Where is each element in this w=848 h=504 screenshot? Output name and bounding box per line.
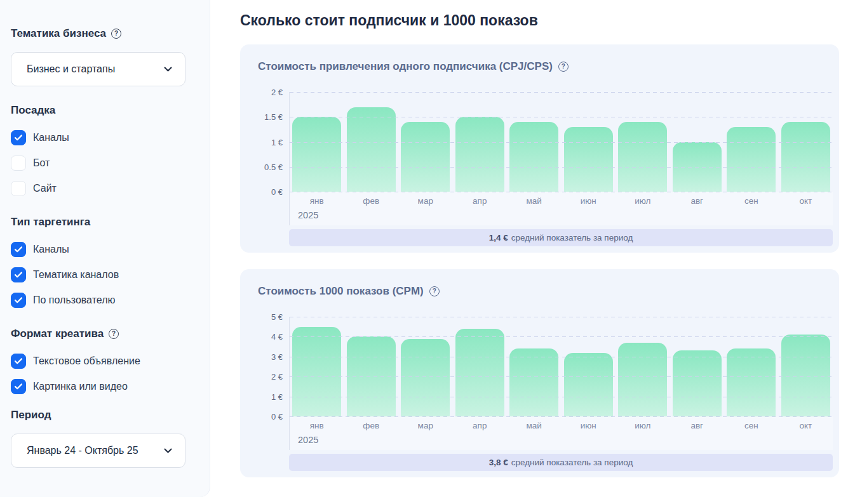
checkbox-row-landing-bot[interactable]: Бот (11, 156, 199, 171)
checkbox[interactable] (11, 267, 26, 282)
y-axis-label: 5 € (271, 312, 283, 322)
checkbox-label: Бот (33, 157, 50, 169)
landing-options: Каналы Бот Сайт (11, 130, 199, 196)
bar-slot (398, 317, 453, 416)
x-axis-strip: янвфевмарапрмайиюниюлавгсенокт 2025 (290, 192, 833, 225)
gridline (290, 117, 833, 117)
check-icon (15, 135, 22, 141)
chart-panel-cpm: Стоимость 1000 показов (CPM) ? 5 €4 €3 €… (240, 269, 839, 477)
bar (727, 348, 776, 416)
checkbox-row-targeting-topic[interactable]: Тематика каналов (11, 267, 199, 282)
x-axis-label: апр (453, 421, 508, 430)
x-axis-year-label: 2025 (290, 210, 833, 225)
average-text: средний показатель за период (511, 458, 633, 467)
help-icon[interactable]: ? (111, 29, 121, 39)
checkbox-row-landing-site[interactable]: Сайт (11, 181, 199, 196)
bar-chart: 2 €1.5 €1 €0.5 €0 € янвфевмарапрмайиюнию… (258, 92, 833, 225)
business-topic-select[interactable]: Бизнес и стартапы (11, 52, 185, 86)
bar-slot (724, 317, 779, 416)
bar-slot (779, 317, 833, 416)
bar (292, 327, 341, 416)
help-icon[interactable]: ? (109, 329, 119, 339)
gridline (290, 376, 833, 377)
creative-format-label: Формат креатива (11, 328, 104, 340)
bar (401, 122, 450, 192)
average-value: 3,8 € (489, 458, 508, 467)
y-axis-label: 2 € (271, 372, 283, 381)
x-axis-labels: янвфевмарапрмайиюниюлавгсенокт (290, 416, 833, 435)
checkbox[interactable] (11, 156, 26, 171)
bar-slot (290, 317, 344, 416)
gridline (290, 92, 833, 93)
checkbox[interactable] (11, 181, 26, 196)
x-axis-label: окт (779, 196, 833, 206)
checkbox-label: Сайт (33, 183, 57, 194)
plot-area: янвфевмарапрмайиюниюлавгсенокт 2025 (289, 92, 833, 225)
plot-area: янвфевмарапрмайиюниюлавгсенокт 2025 (289, 317, 833, 450)
business-topic-value: Бизнес и стартапы (27, 63, 115, 75)
average-text: средний показатель за период (511, 233, 633, 242)
checkbox[interactable] (11, 379, 26, 394)
x-axis-year-label: 2025 (290, 435, 833, 450)
help-icon[interactable]: ? (429, 286, 440, 296)
check-icon (15, 297, 22, 303)
bar (781, 122, 830, 192)
check-icon (15, 358, 22, 364)
y-axis: 2 €1.5 €1 €0.5 €0 € (258, 92, 289, 192)
bar (455, 117, 504, 192)
bar (509, 348, 558, 416)
filters-sidebar: Тематика бизнеса ? Бизнес и стартапы Пос… (0, 0, 210, 497)
period-select[interactable]: Январь 24 - Октябрь 25 (11, 434, 185, 468)
checkbox-row-creative-text[interactable]: Текстовое объявление (11, 354, 199, 369)
checkbox-row-landing-channels[interactable]: Каналы (11, 130, 199, 145)
checkbox-label: Каналы (33, 244, 69, 255)
bar (673, 350, 722, 416)
y-axis-label: 1.5 € (264, 112, 283, 122)
checkbox-row-creative-media[interactable]: Картинка или видео (11, 379, 199, 394)
bar-slot (562, 317, 616, 416)
targeting-heading: Тип таргетинга (11, 216, 199, 228)
average-value: 1,4 € (489, 233, 508, 242)
checkbox[interactable] (11, 354, 26, 369)
gridline (290, 336, 833, 337)
x-axis-label: июн (562, 421, 616, 430)
checkbox[interactable] (11, 242, 26, 257)
y-axis-label: 1 € (271, 392, 283, 401)
period-value: Январь 24 - Октябрь 25 (27, 445, 138, 456)
average-badge: 1,4 € средний показатель за период (289, 229, 833, 246)
checkbox-row-targeting-user[interactable]: По пользователю (11, 293, 199, 308)
x-axis-label: май (507, 196, 562, 206)
checkbox-label: Тематика каналов (33, 269, 119, 281)
gridline (290, 357, 833, 357)
targeting-options: Каналы Тематика каналов По пользователю (11, 242, 199, 308)
y-axis-label: 4 € (271, 332, 283, 342)
bar-slot (453, 317, 508, 416)
bar (564, 353, 613, 416)
checkbox[interactable] (11, 293, 26, 308)
checkbox-label: По пользователю (33, 295, 116, 306)
check-icon (15, 383, 22, 390)
checkbox-label: Картинка или видео (33, 381, 128, 392)
x-axis-label: июн (562, 196, 616, 206)
checkbox-label: Текстовое объявление (33, 355, 140, 367)
x-axis-strip: янвфевмарапрмайиюниюлавгсенокт 2025 (290, 416, 833, 450)
x-axis-label: июл (616, 196, 670, 206)
x-axis-label: фев (344, 421, 399, 430)
bar-chart: 5 €4 €3 €2 €1 €0 € янвфевмарапрмайиюниюл… (258, 317, 833, 450)
bar-slot (344, 317, 399, 416)
bar (727, 127, 776, 192)
x-axis-label: апр (453, 196, 508, 206)
x-axis-label: янв (290, 421, 344, 430)
bar-slot (616, 317, 670, 416)
chart-panel-cpj-cps: Стоимость привлечения одного подписчика … (240, 44, 839, 253)
checkbox[interactable] (11, 130, 26, 145)
checkbox-row-targeting-channels[interactable]: Каналы (11, 242, 199, 257)
plot (290, 317, 833, 416)
bar (618, 343, 667, 416)
x-axis-label: янв (290, 196, 344, 206)
y-axis-label: 0 € (271, 187, 283, 197)
bar (347, 107, 396, 192)
help-icon[interactable]: ? (558, 62, 569, 72)
business-topic-label: Тематика бизнеса (11, 28, 106, 39)
x-axis-labels: янвфевмарапрмайиюниюлавгсенокт (290, 192, 833, 210)
